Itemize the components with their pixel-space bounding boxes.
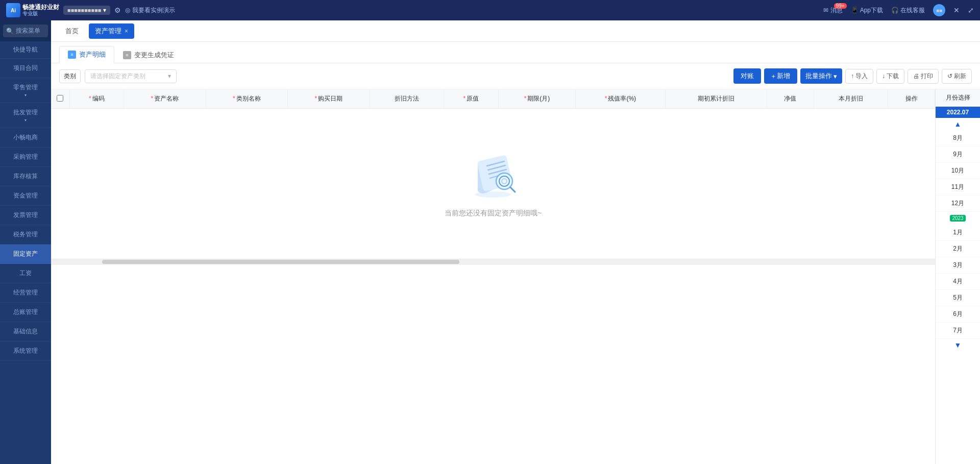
settings-icon[interactable]: ⚙ xyxy=(114,6,121,14)
batch-label: 批量操作 xyxy=(805,71,832,81)
svg-line-7 xyxy=(510,187,515,192)
sidebar-item-tax[interactable]: 税务管理 xyxy=(0,225,51,245)
horizontal-scrollbar[interactable] xyxy=(51,259,935,265)
sidebar-item-basic-info[interactable]: 基础信息 xyxy=(0,322,51,341)
month-nav-down[interactable]: ▼ xyxy=(936,339,980,351)
sidebar-item-label: 系统管理 xyxy=(13,347,38,355)
add-btn[interactable]: + 新增 xyxy=(764,68,797,84)
sidebar-item-label: 项目合同 xyxy=(13,64,38,72)
company-selector[interactable]: ■■■■■■■■■■ ▾ xyxy=(63,6,110,15)
scrollbar-thumb[interactable] xyxy=(102,260,459,264)
month-9[interactable]: 9月 xyxy=(936,146,980,163)
month-8[interactable]: 8月 xyxy=(936,130,980,146)
th-residual-rate: *残值率(%) xyxy=(576,89,665,109)
messages-btn[interactable]: ✉ 消息 99+ xyxy=(823,6,843,15)
refresh-icon: ↺ xyxy=(947,72,952,80)
sidebar-item-invoice[interactable]: 发票管理 xyxy=(0,206,51,225)
sidebar-item-label: 资金管理 xyxy=(13,191,38,200)
import-btn[interactable]: ↑ 导入 xyxy=(845,69,873,84)
tab-home[interactable]: 首页 xyxy=(57,23,87,39)
sidebar-item-wholesale[interactable]: 批发管理 ▾ xyxy=(0,103,51,128)
sidebar-item-quick-nav[interactable]: 快捷导航 xyxy=(0,41,51,59)
company-name: ■■■■■■■■■■ xyxy=(67,7,101,13)
download-btn[interactable]: ↓ 下载 xyxy=(876,69,904,84)
print-btn[interactable]: 🖨 打印 xyxy=(908,69,939,84)
tab-change-voucher[interactable]: ≡ 变更生成凭证 xyxy=(114,46,183,63)
sidebar-item-label: 批发管理 xyxy=(13,108,38,117)
th-checkbox xyxy=(51,89,69,109)
table-month-container: *编码 *资产名称 *类别名称 *购买日期 折旧方法 *原值 *期限(月) *残… xyxy=(51,89,980,464)
dropdown-icon: ▾ xyxy=(103,7,106,14)
month-6[interactable]: 6月 xyxy=(936,306,980,323)
sidebar-item-label: 工资 xyxy=(19,269,32,278)
month-3[interactable]: 3月 xyxy=(936,257,980,274)
tab-asset-detail[interactable]: ≡ 资产明细 xyxy=(59,46,114,63)
sidebar-item-funds[interactable]: 资金管理 xyxy=(0,186,51,206)
year-2023-badge: 2023 xyxy=(950,215,965,222)
headset-icon: 🎧 xyxy=(891,7,899,14)
main-layout: 🔍 类别 搜索菜单 快捷导航 项目合同 零售管理 ▾ 批发管理 ▾ 小畅电商 采… xyxy=(0,20,980,464)
top-bar: Ai 畅捷通好业财 专业版 ■■■■■■■■■■ ▾ ⚙ ◎ 我要看实例演示 ✉… xyxy=(0,0,980,20)
sidebar-item-retail[interactable]: 零售管理 ▾ xyxy=(0,78,51,103)
close-window-btn[interactable]: ✕ xyxy=(953,6,960,14)
batch-arrow-icon: ▾ xyxy=(834,72,837,80)
month-7[interactable]: 7月 xyxy=(936,323,980,339)
expand-btn[interactable]: ⤢ xyxy=(968,6,974,14)
sidebar-item-project-contract[interactable]: 项目合同 xyxy=(0,59,51,78)
sidebar-item-inventory[interactable]: 库存核算 xyxy=(0,167,51,186)
sidebar-item-system[interactable]: 系统管理 xyxy=(0,341,51,361)
sidebar-item-label: 小畅电商 xyxy=(13,133,38,142)
app-edition: 专业版 xyxy=(22,11,59,17)
sidebar-item-ecommerce[interactable]: 小畅电商 xyxy=(0,128,51,148)
category-filter[interactable]: 类别 xyxy=(59,69,81,83)
th-operation: 操作 xyxy=(888,89,935,109)
user-avatar[interactable]: ■■ xyxy=(933,4,945,16)
month-1[interactable]: 1月 xyxy=(936,225,980,241)
tab-bar: 首页 资产管理 × xyxy=(51,20,980,42)
demo-link[interactable]: ◎ 我要看实例演示 xyxy=(125,6,175,15)
batch-ops-btn[interactable]: 批量操作 ▾ xyxy=(800,68,842,84)
month-nav-up[interactable]: ▲ xyxy=(936,118,980,130)
th-monthly-dep: 本月折旧 xyxy=(814,89,888,109)
refresh-btn[interactable]: ↺ 刷新 xyxy=(942,69,972,84)
month-5[interactable]: 5月 xyxy=(936,290,980,306)
th-depreciation-method: 折旧方法 xyxy=(370,89,444,109)
app-download-btn[interactable]: 📱 App下载 xyxy=(851,6,883,15)
sidebar-item-label: 发票管理 xyxy=(13,211,38,219)
add-label: 新增 xyxy=(777,71,790,81)
filter-placeholder: 请选择固定资产类别 xyxy=(90,72,145,81)
month-11[interactable]: 11月 xyxy=(936,179,980,196)
sidebar-search[interactable]: 🔍 类别 搜索菜单 xyxy=(0,20,51,41)
sidebar-item-label: 基础信息 xyxy=(13,327,38,336)
category-input[interactable]: 请选择固定资产类别 ▾ xyxy=(85,69,177,83)
online-service-btn[interactable]: 🎧 在线客服 xyxy=(891,6,925,15)
avatar-text: ■■ xyxy=(936,8,942,13)
sidebar-item-operations[interactable]: 经营管理 xyxy=(0,283,51,303)
sidebar-item-fixed-assets[interactable]: 固定资产 xyxy=(0,245,51,264)
sidebar-item-purchase[interactable]: 采购管理 xyxy=(0,148,51,167)
month-12[interactable]: 12月 xyxy=(936,196,980,212)
year-2022-header[interactable]: 2022.07 xyxy=(936,107,980,118)
sidebar-item-salary[interactable]: 工资 xyxy=(0,264,51,283)
demo-circle-icon: ◎ xyxy=(125,7,130,14)
sidebar-item-label: 总账管理 xyxy=(13,308,38,316)
phone-icon: 📱 xyxy=(851,7,859,14)
app-name: 畅捷通好业财 xyxy=(22,4,59,11)
toolbar: 类别 请选择固定资产类别 ▾ 对账 + 新增 批量操作 ▾ ↑ 导入 xyxy=(51,63,980,89)
sidebar-item-ledger[interactable]: 总账管理 xyxy=(0,303,51,322)
month-10[interactable]: 10月 xyxy=(936,163,980,179)
month-4[interactable]: 4月 xyxy=(936,274,980,290)
tab-asset-management[interactable]: 资产管理 × xyxy=(89,23,134,39)
select-all-checkbox[interactable] xyxy=(57,95,63,102)
tab-close-btn[interactable]: × xyxy=(125,28,128,35)
reconcile-btn[interactable]: 对账 xyxy=(733,68,761,84)
chevron-down-icon: ▾ xyxy=(24,118,27,123)
th-accumulated-dep: 期初累计折旧 xyxy=(665,89,767,109)
year-2023-badge-row: 2023 xyxy=(936,212,980,225)
messages-badge: 99+ xyxy=(834,3,847,9)
month-2[interactable]: 2月 xyxy=(936,241,980,257)
plus-icon: + xyxy=(771,72,775,80)
th-purchase-date: *购买日期 xyxy=(288,89,370,109)
search-icon: 🔍 xyxy=(6,28,14,35)
th-net-value: 净值 xyxy=(767,89,814,109)
